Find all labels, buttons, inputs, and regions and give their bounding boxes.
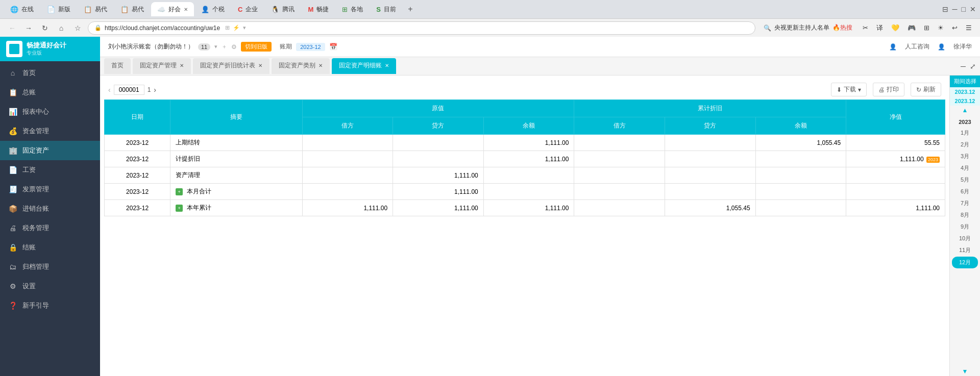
page-tab-depreciation-close[interactable]: ✕ <box>258 63 262 68</box>
page-tab-category-close[interactable]: ✕ <box>318 63 323 68</box>
window-close[interactable]: ✕ <box>970 5 976 13</box>
window-maximize[interactable]: □ <box>962 5 966 13</box>
period-month-3[interactable]: 3月 <box>950 151 980 162</box>
page-tab-fixed-mgmt-close[interactable]: ✕ <box>180 63 184 68</box>
calendar-icon[interactable]: 📅 <box>329 43 337 51</box>
gamepad-icon[interactable]: 🎮 <box>905 23 918 33</box>
wallet-icon[interactable]: 💛 <box>889 23 901 33</box>
page-tab-home[interactable]: 首页 <box>104 58 131 74</box>
undo-icon[interactable]: ↩ <box>950 23 960 33</box>
sidebar-item-invoice[interactable]: 🧾 发票管理 <box>0 180 100 199</box>
sidebar-item-tax[interactable]: 🖨 税务管理 <box>0 218 100 238</box>
refresh-button[interactable]: ↻ <box>39 22 51 34</box>
translate-icon[interactable]: 译 <box>874 22 885 34</box>
tab-menu-icon[interactable]: ⊟ <box>942 5 948 13</box>
cell-accum-credit <box>665 184 755 200</box>
period-month-6[interactable]: 6月 <box>950 186 980 197</box>
sidebar-item-archive[interactable]: 🗂 归档管理 <box>0 257 100 277</box>
grid-icon[interactable]: ⊞ <box>922 23 932 33</box>
row-expand-icon[interactable]: + <box>176 188 183 195</box>
add-account-button[interactable]: ＋ <box>222 43 227 51</box>
scissors-icon[interactable]: ✂ <box>861 23 870 33</box>
sidebar-item-purchases[interactable]: 📦 进销台账 <box>0 199 100 218</box>
period-month-4[interactable]: 4月 <box>950 162 980 174</box>
period-selector-title: 期间选择 <box>950 76 980 87</box>
tab-gedi[interactable]: ⊞ 各地 <box>336 2 369 16</box>
sidebar-item-home[interactable]: ⌂ 首页 <box>0 63 100 83</box>
minimize-tab-icon[interactable]: ─ <box>961 62 966 70</box>
page-tab-detail[interactable]: 固定资产明细账 ✕ <box>332 58 396 74</box>
period-month-9[interactable]: 9月 <box>950 221 980 233</box>
sidebar-item-reports-label: 报表中心 <box>22 107 49 116</box>
page-tab-fixed-mgmt[interactable]: 固定资产管理 ✕ <box>133 58 191 74</box>
brightness-icon[interactable]: ☀ <box>936 23 946 33</box>
sidebar-item-settings[interactable]: ⚙ 设置 <box>0 277 100 296</box>
download-dropdown[interactable]: ▾ <box>858 86 861 93</box>
back-button[interactable]: ← <box>6 22 18 34</box>
cell-summary: 计提折旧 <box>170 151 302 167</box>
app-container: 畅捷通好会计 专业版 ⌂ 首页 📋 总账 📊 报表中心 💰 资金管理 🏢 <box>0 37 980 376</box>
row-expand-icon[interactable]: + <box>176 205 183 212</box>
account-settings-icon[interactable]: ⚙ <box>231 43 237 51</box>
next-page-button[interactable]: › <box>154 86 156 94</box>
sidebar-item-fixed-assets[interactable]: 🏢 固定资产 <box>0 141 100 160</box>
tab-haohui-close[interactable]: ✕ <box>184 7 188 12</box>
user-label[interactable]: 徐泽华 <box>953 42 972 51</box>
tab-yidai2[interactable]: 📋 易代 <box>114 2 150 16</box>
page-tab-depreciation[interactable]: 固定资产折旧统计表 ✕ <box>193 58 270 74</box>
period-month-7[interactable]: 7月 <box>950 197 980 209</box>
tab-tencent[interactable]: 🐧 腾讯 <box>265 2 301 16</box>
print-icon: 🖨 <box>878 86 885 93</box>
add-tab-button[interactable]: + <box>403 2 418 16</box>
home-button[interactable]: ⌂ <box>55 22 67 34</box>
period-month-12[interactable]: 12月 <box>952 257 978 268</box>
sidebar-item-ledger[interactable]: 📋 总账 <box>0 83 100 102</box>
tab-new[interactable]: 📄 新版 <box>41 2 77 16</box>
payroll-icon: 📄 <box>8 165 17 174</box>
period-scroll-up[interactable]: ▲ <box>950 106 980 115</box>
sidebar-item-tutorial[interactable]: ❓ 新手引导 <box>0 296 100 315</box>
menu-icon[interactable]: ☰ <box>964 23 974 33</box>
download-button[interactable]: ⬇ 下载 ▾ <box>831 83 867 96</box>
fixed-assets-icon: 🏢 <box>8 146 17 155</box>
period-month-1[interactable]: 1月 <box>950 127 980 139</box>
tab-online[interactable]: 🌐 在线 <box>4 2 40 16</box>
hot-search-label[interactable]: 🔥热搜 <box>832 23 852 32</box>
tab-chang[interactable]: M 畅捷 <box>302 2 335 16</box>
period-month-2[interactable]: 2月 <box>950 139 980 151</box>
period-month-8[interactable]: 8月 <box>950 209 980 221</box>
url-dropdown-icon[interactable]: ▾ <box>243 24 246 31</box>
tab-mubiao[interactable]: S 目前 <box>370 2 402 16</box>
period-scroll-down[interactable]: ▼ <box>950 367 980 376</box>
help-label[interactable]: 人工咨询 <box>905 42 929 51</box>
site-settings-icon[interactable]: ⊞ <box>225 24 230 31</box>
tab-qiye[interactable]: C 企业 <box>232 2 264 16</box>
sidebar-item-funds[interactable]: 💰 资金管理 <box>0 121 100 141</box>
window-minimize[interactable]: ─ <box>952 5 958 13</box>
print-button[interactable]: 🖨 打印 <box>873 83 904 96</box>
sidebar-item-funds-label: 资金管理 <box>22 127 49 136</box>
refresh-button[interactable]: ↻ 刷新 <box>911 83 941 96</box>
url-bar[interactable]: 🔒 https://cloud.chanjet.com/accounting/u… <box>88 21 755 35</box>
tab-geshui[interactable]: 👤 个税 <box>195 2 231 16</box>
tab-haohui[interactable]: ☁️ 好会 ✕ <box>151 2 194 16</box>
page-tab-detail-close[interactable]: ✕ <box>385 63 389 68</box>
forward-button[interactable]: → <box>22 22 35 34</box>
sidebar-item-payroll[interactable]: 📄 工资 <box>0 160 100 180</box>
sidebar-item-closing[interactable]: 🔒 结账 <box>0 238 100 257</box>
account-dropdown[interactable]: ▾ <box>214 43 217 50</box>
page-tab-category[interactable]: 固定资产类别 ✕ <box>272 58 330 74</box>
tab-yidai1[interactable]: 📋 易代 <box>78 2 113 16</box>
prev-page-button[interactable]: ‹ <box>108 86 111 94</box>
cell-accum-balance <box>755 151 846 167</box>
expand-tab-icon[interactable]: ⤢ <box>970 62 976 70</box>
sidebar-item-reports[interactable]: 📊 报表中心 <box>0 102 100 121</box>
period-month-10[interactable]: 10月 <box>950 233 980 244</box>
page-number-input[interactable] <box>114 85 144 95</box>
period-month-5[interactable]: 5月 <box>950 174 980 186</box>
period-month-11[interactable]: 11月 <box>950 244 980 256</box>
cell-orig-balance: 1,111.00 <box>483 135 574 151</box>
bookmark-button[interactable]: ☆ <box>71 22 84 34</box>
switch-version-button[interactable]: 切到旧版 <box>241 42 272 52</box>
cell-net-value: 55.55 <box>846 135 945 151</box>
